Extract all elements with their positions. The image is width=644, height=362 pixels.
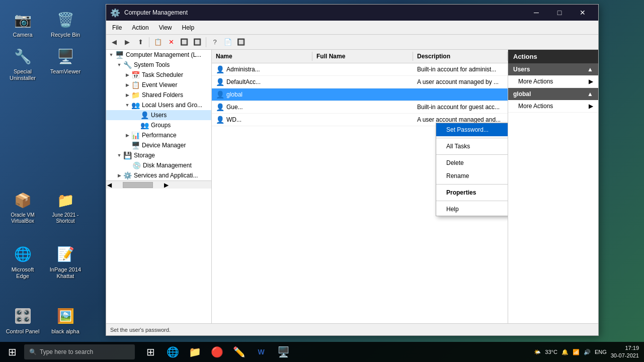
search-placeholder: Type here to search bbox=[40, 348, 93, 355]
taskbar-pen[interactable]: ✏️ bbox=[228, 342, 250, 362]
tree-item-users[interactable]: 👤 Users bbox=[106, 110, 211, 120]
clock[interactable]: 17:19 30-07-2021 bbox=[611, 344, 639, 360]
row-name: 👤 global bbox=[212, 89, 312, 100]
column-description[interactable]: Description bbox=[413, 52, 508, 61]
desktop-icon-special-uninstaller[interactable]: 🔧 Special Uninstaller bbox=[3, 44, 43, 83]
taskbar-edge[interactable]: 🌐 bbox=[162, 342, 183, 362]
oracle-vm-label: Oracle VM VirtualBox bbox=[5, 212, 41, 224]
ctx-set-password[interactable]: Set Password... bbox=[436, 123, 508, 136]
user-icon: 👤 bbox=[216, 65, 224, 73]
tree-label: Computer Management (L... bbox=[126, 51, 201, 58]
taskbar-task-view[interactable]: ⊞ bbox=[140, 342, 161, 362]
toolbar-up[interactable]: ⬆ bbox=[134, 36, 146, 48]
desktop-icon-june-shortcut[interactable]: 📁 June 2021 - Shortcut bbox=[45, 188, 86, 226]
window-controls: ─ □ ✕ bbox=[525, 5, 594, 21]
hscroll-left[interactable]: ◀ bbox=[106, 182, 113, 189]
microsoft-edge-icon: 🌐 bbox=[13, 244, 33, 264]
actions-section-users[interactable]: Users ▲ bbox=[508, 63, 598, 75]
tree-item-disk-management[interactable]: 💿 Disk Management bbox=[106, 160, 211, 170]
close-button[interactable]: ✕ bbox=[571, 5, 594, 21]
column-name[interactable]: Name bbox=[212, 52, 312, 61]
toolbar-view[interactable]: 🔲 bbox=[235, 36, 247, 48]
hscroll-right[interactable]: ▶ bbox=[163, 182, 170, 189]
desktop-icon-recycle-bin[interactable]: 🗑️ Recycle Bin bbox=[45, 8, 86, 40]
row-name: 👤 WD... bbox=[212, 115, 312, 125]
toolbar-delete[interactable]: ✕ bbox=[165, 36, 177, 48]
sound-icon[interactable]: 🔊 bbox=[584, 349, 591, 355]
tree-item-local-users[interactable]: ▼ 👥 Local Users and Gro... bbox=[106, 100, 211, 110]
inpage-icon: 📝 bbox=[55, 244, 75, 264]
menu-file[interactable]: File bbox=[108, 23, 126, 33]
desktop-icon-camera[interactable]: 📷 Camera bbox=[3, 8, 43, 40]
desktop-icon-microsoft-edge[interactable]: 🌐 Microsoft Edge bbox=[3, 242, 43, 282]
special-uninstaller-label: Special Uninstaller bbox=[5, 68, 41, 81]
table-row-global[interactable]: 👤 global bbox=[212, 88, 508, 101]
ctx-delete[interactable]: Delete bbox=[436, 156, 508, 169]
toolbar-export[interactable]: 📄 bbox=[222, 36, 234, 48]
hscroll-thumb[interactable] bbox=[123, 182, 153, 188]
language-indicator[interactable]: ENG bbox=[595, 349, 607, 355]
row-fullname bbox=[312, 119, 413, 121]
ctx-properties[interactable]: Properties bbox=[436, 186, 508, 199]
tree-item-event-viewer[interactable]: ▶ 📋 Event Viewer bbox=[106, 80, 211, 90]
users-icon: 👤 bbox=[140, 111, 149, 119]
toolbar-forward[interactable]: ▶ bbox=[121, 36, 133, 48]
actions-more-actions-global[interactable]: More Actions ▶ bbox=[508, 100, 598, 113]
desktop-icon-black-alpha[interactable]: 🖼️ black alpha bbox=[45, 304, 86, 337]
tree-item-system-tools[interactable]: ▼ 🔧 System Tools bbox=[106, 60, 211, 70]
toolbar-sep1 bbox=[149, 37, 149, 47]
microsoft-edge-label: Microsoft Edge bbox=[5, 266, 41, 280]
taskbar-explorer[interactable]: 📁 bbox=[184, 342, 205, 362]
statusbar: Set the user's password. bbox=[106, 323, 598, 335]
computer-management-window: ⚙️ Computer Management ─ □ ✕ File Action… bbox=[106, 4, 599, 336]
actions-more-actions-users[interactable]: More Actions ▶ bbox=[508, 75, 598, 88]
tree-hscrollbar[interactable]: ◀ ▶ bbox=[106, 180, 211, 189]
tree-item-groups[interactable]: 👥 Groups bbox=[106, 120, 211, 130]
ctx-help[interactable]: Help bbox=[436, 203, 508, 216]
menu-action[interactable]: Action bbox=[128, 23, 152, 33]
toolbar-properties[interactable]: 🔲 bbox=[178, 36, 190, 48]
task-scheduler-icon: 📅 bbox=[131, 71, 140, 79]
section-collapse-icon: ▲ bbox=[587, 66, 593, 73]
maximize-button[interactable]: □ bbox=[548, 5, 571, 21]
tree-item-storage[interactable]: ▼ 💾 Storage bbox=[106, 150, 211, 160]
toolbar-copy[interactable]: 📋 bbox=[152, 36, 164, 48]
ctx-rename[interactable]: Rename bbox=[436, 169, 508, 183]
toolbar-run[interactable]: 🔲 bbox=[191, 36, 203, 48]
row-name: 👤 DefaultAcc... bbox=[212, 77, 312, 87]
network-icon[interactable]: 📶 bbox=[573, 349, 580, 355]
taskbar-opera[interactable]: 🔴 bbox=[206, 342, 227, 362]
tree-item-computer-management[interactable]: ▼ 🖥️ Computer Management (L... bbox=[106, 50, 211, 60]
tree-label: Device Manager bbox=[142, 142, 186, 149]
table-row[interactable]: 👤 DefaultAcc... A user account managed b… bbox=[212, 76, 508, 88]
desktop-icon-control-panel[interactable]: 🎛️ Control Panel bbox=[3, 304, 43, 337]
taskbar-monitor[interactable]: 🖥️ bbox=[273, 342, 294, 362]
row-fullname bbox=[312, 106, 413, 108]
tree-item-shared-folders[interactable]: ▶ 📁 Shared Folders bbox=[106, 90, 211, 100]
search-icon: 🔍 bbox=[29, 348, 37, 355]
actions-section-global[interactable]: global ▲ bbox=[508, 88, 598, 100]
table-row[interactable]: 👤 Gue... Built-in account for guest acc.… bbox=[212, 101, 508, 114]
tree-label: System Tools bbox=[134, 61, 170, 68]
menu-help[interactable]: Help bbox=[178, 23, 199, 33]
menu-view[interactable]: View bbox=[155, 23, 176, 33]
ctx-all-tasks[interactable]: All Tasks ▶ bbox=[436, 140, 508, 153]
more-actions-arrow-icon: ▶ bbox=[589, 78, 593, 85]
desktop-icon-oracle-vm[interactable]: 📦 Oracle VM VirtualBox bbox=[3, 188, 43, 226]
minimize-button[interactable]: ─ bbox=[525, 5, 548, 21]
tree-item-services[interactable]: ▶ ⚙️ Services and Applicati... bbox=[106, 170, 211, 180]
toolbar-help[interactable]: ? bbox=[209, 36, 221, 48]
table-row[interactable]: 👤 Administra... Built-in account for adm… bbox=[212, 63, 508, 76]
tree-item-task-scheduler[interactable]: ▶ 📅 Task Scheduler bbox=[106, 70, 211, 80]
desktop-icon-teamviewer[interactable]: 🖥️ TeamViewer bbox=[45, 44, 86, 77]
tree-label: Users bbox=[151, 112, 167, 119]
toolbar-back[interactable]: ◀ bbox=[108, 36, 120, 48]
tree-item-performance[interactable]: ▶ 📊 Performance bbox=[106, 130, 211, 140]
notification-icon[interactable]: 🔔 bbox=[561, 349, 569, 355]
column-fullname[interactable]: Full Name bbox=[312, 52, 413, 61]
taskbar-word[interactable]: W bbox=[251, 342, 272, 362]
start-button[interactable]: ⊞ bbox=[0, 342, 24, 362]
desktop-icon-inpage[interactable]: 📝 InPage 2014 Khattat bbox=[45, 242, 86, 282]
search-bar[interactable]: 🔍 Type here to search bbox=[24, 344, 135, 359]
tree-item-device-manager[interactable]: 🖥️ Device Manager bbox=[106, 140, 211, 150]
